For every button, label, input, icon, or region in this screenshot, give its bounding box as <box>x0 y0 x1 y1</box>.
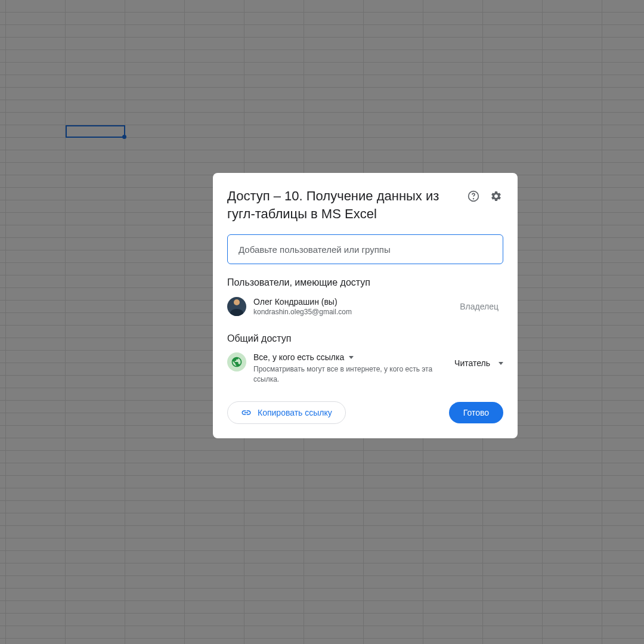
settings-icon[interactable] <box>489 189 503 203</box>
role-dropdown[interactable]: Читатель <box>454 358 503 368</box>
access-type-label: Все, у кого есть ссылка <box>253 352 344 362</box>
user-email: kondrashin.oleg35@gmail.com <box>253 308 453 317</box>
svg-point-1 <box>473 199 474 199</box>
dialog-title: Доступ – 10. Получение данных из гугл-та… <box>227 187 466 222</box>
users-section-title: Пользователи, имеющие доступ <box>227 277 503 288</box>
user-row: Олег Кондрашин (вы) kondrashin.oleg35@gm… <box>227 296 503 317</box>
user-name: Олег Кондрашин (вы) <box>253 296 453 307</box>
chevron-down-icon <box>499 362 503 365</box>
access-description: Просматривать могут все в интернете, у к… <box>253 364 447 385</box>
role-label: Читатель <box>454 358 490 368</box>
user-avatar <box>227 297 246 316</box>
done-button[interactable]: Готово <box>449 402 503 423</box>
help-icon[interactable] <box>466 189 481 203</box>
share-dialog: Доступ – 10. Получение данных из гугл-та… <box>213 173 518 438</box>
copy-link-label: Копировать ссылку <box>258 408 332 417</box>
access-section-title: Общий доступ <box>227 333 503 344</box>
access-type-dropdown[interactable]: Все, у кого есть ссылка <box>253 352 447 362</box>
add-users-input[interactable] <box>227 234 503 264</box>
chevron-down-icon <box>349 356 354 359</box>
copy-link-button[interactable]: Копировать ссылку <box>227 401 346 424</box>
user-role: Владелец <box>460 302 499 311</box>
link-icon <box>241 407 252 418</box>
access-row: Все, у кого есть ссылка Просматривать мо… <box>227 352 503 385</box>
globe-icon <box>227 352 246 371</box>
